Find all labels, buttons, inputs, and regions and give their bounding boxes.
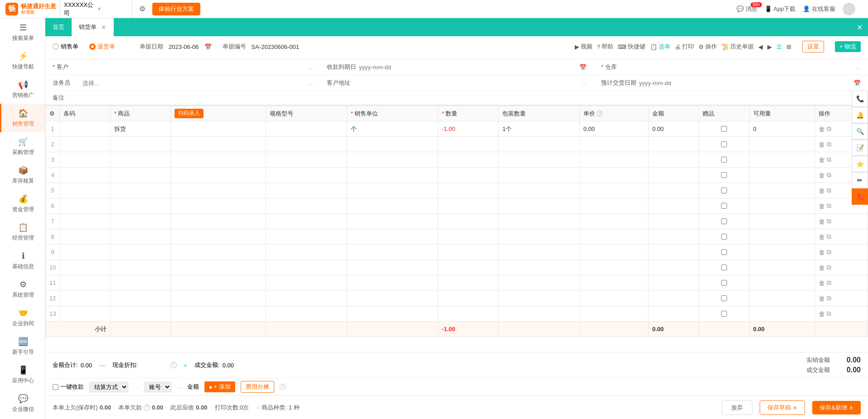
- owe-help-icon[interactable]: ?: [144, 405, 150, 411]
- radio-return[interactable]: 退货单: [89, 43, 115, 51]
- copy-row-btn[interactable]: ⧉: [827, 264, 831, 271]
- one-key-pay-checkbox[interactable]: [53, 384, 58, 390]
- row-price[interactable]: [579, 260, 648, 275]
- row-barcode[interactable]: [60, 291, 110, 306]
- customer-dots[interactable]: ...: [307, 64, 312, 71]
- price-help-icon[interactable]: ?: [597, 111, 602, 117]
- row-price[interactable]: [579, 245, 648, 260]
- app-download-link[interactable]: 📱 App下载: [765, 5, 795, 13]
- sidebar-item-quicknav[interactable]: ⚡ 快捷导航: [0, 47, 45, 75]
- add-btn[interactable]: ● + 添加: [204, 381, 235, 392]
- row-spec[interactable]: [266, 168, 347, 183]
- sidebar-item-corpwx[interactable]: 💬 企业微信: [0, 389, 45, 418]
- row-spec[interactable]: [266, 198, 347, 214]
- delete-row-btn[interactable]: 🗑: [819, 172, 825, 179]
- row-amount[interactable]: [648, 229, 698, 245]
- customer-addr-dots[interactable]: ...: [582, 80, 587, 87]
- row-amount[interactable]: [648, 245, 698, 260]
- delete-row-btn[interactable]: 🗑: [819, 249, 825, 256]
- settings-btn[interactable]: 设置: [802, 41, 824, 53]
- row-price[interactable]: [579, 198, 648, 214]
- row-gift[interactable]: [699, 260, 749, 275]
- sidebar-item-capital[interactable]: 💰 资金管理: [0, 189, 45, 218]
- payment-due-calendar-icon[interactable]: 📅: [579, 64, 587, 71]
- radio-sales[interactable]: 销售单: [53, 43, 78, 51]
- cash-discount-help[interactable]: ?: [170, 362, 177, 368]
- calendar-icon[interactable]: 📅: [204, 43, 212, 50]
- payment-due-input[interactable]: [359, 64, 575, 71]
- list-view-btn[interactable]: ☰: [776, 43, 782, 50]
- copy-row-btn[interactable]: ⧉: [827, 217, 831, 225]
- warehouse-input[interactable]: 建材仓: [631, 64, 851, 71]
- sidebar-item-inventory[interactable]: 📦 库存核算: [0, 161, 45, 189]
- row-pkg-qty[interactable]: [499, 183, 580, 198]
- row-pkg-qty[interactable]: [499, 152, 580, 168]
- gift-checkbox[interactable]: [721, 188, 727, 193]
- copy-row-btn[interactable]: ⧉: [827, 248, 831, 256]
- row-amount[interactable]: 0.00: [648, 121, 698, 137]
- row-amount[interactable]: [648, 291, 698, 306]
- row-barcode[interactable]: [60, 198, 110, 214]
- row-gift[interactable]: [699, 229, 749, 245]
- row-goods[interactable]: [110, 275, 171, 291]
- account-select[interactable]: 账号: [144, 382, 171, 392]
- gift-checkbox[interactable]: [721, 157, 727, 163]
- row-unit[interactable]: [347, 245, 438, 260]
- shortcut-btn[interactable]: ⌨ 快捷键: [618, 43, 645, 51]
- row-unit[interactable]: 个: [347, 121, 438, 137]
- row-goods[interactable]: [110, 306, 171, 322]
- row-unit[interactable]: [347, 152, 438, 168]
- gift-checkbox[interactable]: [721, 311, 727, 317]
- row-qty[interactable]: [438, 245, 499, 260]
- expense-btn[interactable]: 费用分摊: [241, 381, 274, 393]
- row-barcode[interactable]: [60, 306, 110, 322]
- row-goods[interactable]: 拆货: [110, 121, 171, 137]
- goods-kind-circle[interactable]: ○: [256, 404, 260, 411]
- row-amount[interactable]: [648, 214, 698, 229]
- row-spec[interactable]: [266, 260, 347, 275]
- account-dots[interactable]: ···: [177, 384, 182, 390]
- gift-checkbox[interactable]: [721, 172, 727, 178]
- row-gift[interactable]: [699, 137, 749, 152]
- delete-row-btn[interactable]: 🗑: [819, 202, 825, 210]
- row-gift[interactable]: [699, 245, 749, 260]
- row-gift[interactable]: [699, 275, 749, 291]
- row-spec[interactable]: [266, 229, 347, 245]
- row-qty[interactable]: [438, 306, 499, 322]
- copy-row-btn[interactable]: ⧉: [827, 187, 831, 194]
- row-gift[interactable]: [699, 121, 749, 137]
- row-unit[interactable]: [347, 214, 438, 229]
- row-price[interactable]: [579, 214, 648, 229]
- row-barcode[interactable]: [60, 214, 110, 229]
- row-spec[interactable]: [266, 245, 347, 260]
- row-pkg-qty[interactable]: [499, 245, 580, 260]
- salesperson-dots[interactable]: ...: [307, 80, 312, 87]
- copy-row-btn[interactable]: ⧉: [827, 233, 831, 241]
- row-price[interactable]: [579, 291, 648, 306]
- note-input[interactable]: [67, 95, 861, 101]
- row-gift[interactable]: [699, 291, 749, 306]
- settlement-dots[interactable]: ···: [134, 384, 139, 390]
- sidebar-item-purchase[interactable]: 🛒 采购管理: [0, 132, 45, 161]
- sidebar-item-search[interactable]: ☰ 搜索菜单: [0, 18, 45, 47]
- row-spec[interactable]: [266, 214, 347, 229]
- row-pkg-qty[interactable]: [499, 168, 580, 183]
- company-select[interactable]: XXXXXX公司 ▼: [60, 0, 132, 19]
- save-new-button[interactable]: 保存&新增 ∧: [812, 401, 861, 414]
- row-pkg-qty[interactable]: [499, 214, 580, 229]
- sidebar-item-newguide[interactable]: 🆕 新手引导: [0, 332, 45, 361]
- warehouse-dots[interactable]: ...: [856, 64, 861, 71]
- row-spec[interactable]: [266, 121, 347, 137]
- row-qty[interactable]: [438, 137, 499, 152]
- history-btn[interactable]: 📜 历史单据: [722, 43, 754, 51]
- row-gift[interactable]: [699, 183, 749, 198]
- row-gift[interactable]: [699, 152, 749, 168]
- row-qty[interactable]: [438, 275, 499, 291]
- row-qty[interactable]: [438, 291, 499, 306]
- settlement-select[interactable]: 结算方式: [89, 382, 128, 392]
- row-spec[interactable]: [266, 137, 347, 152]
- row-amount[interactable]: [648, 198, 698, 214]
- row-barcode[interactable]: [60, 275, 110, 291]
- rfb-note[interactable]: 📝: [852, 140, 868, 156]
- rfb-star[interactable]: ⭐: [852, 156, 868, 172]
